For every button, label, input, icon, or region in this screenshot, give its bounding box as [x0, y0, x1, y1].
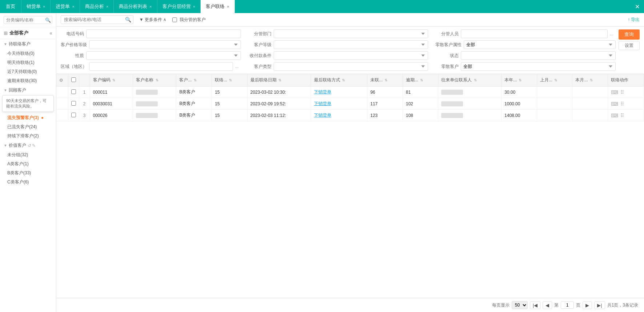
- last-month-col[interactable]: 上月... ⇅: [537, 74, 572, 86]
- row-checkbox-cell[interactable]: [68, 110, 79, 121]
- row-checkbox-cell[interactable]: [68, 86, 79, 98]
- nature-select[interactable]: [86, 51, 241, 60]
- contact-col[interactable]: 联络... ⇅: [212, 74, 247, 86]
- not-contacted-col[interactable]: 未联... ⇅: [367, 74, 403, 86]
- action-link-icon[interactable]: ⌨: [611, 113, 618, 118]
- close-tab-purchase[interactable]: ×: [72, 4, 74, 9]
- contact-method-link[interactable]: 下销货单: [314, 113, 331, 118]
- next-page-btn[interactable]: ▶: [583, 301, 592, 309]
- sidebar-item-today[interactable]: 今天待联络(0): [0, 49, 56, 58]
- sidebar-item-b-class[interactable]: B类客户(33): [0, 169, 56, 178]
- my-customer-checkbox[interactable]: [172, 17, 177, 22]
- overdue-col[interactable]: 逾期... ⇅: [403, 74, 438, 86]
- close-tab-analysis[interactable]: ×: [106, 4, 108, 9]
- close-tab-customer-contact[interactable]: ×: [227, 4, 229, 9]
- select-all-checkbox[interactable]: [71, 77, 76, 82]
- tab-home[interactable]: 首页: [0, 0, 21, 13]
- dotdot-region[interactable]: ...: [233, 64, 241, 69]
- export-btn[interactable]: ↑ 导出: [628, 17, 640, 23]
- row-method-cell[interactable]: 下销货单: [311, 98, 367, 110]
- person-input[interactable]: [461, 29, 608, 38]
- dept-select[interactable]: [274, 29, 428, 38]
- my-customer-checkbox-label[interactable]: 我分管的客户: [172, 17, 206, 23]
- tab-sales[interactable]: 销货单 ×: [21, 0, 51, 13]
- customer-name-col[interactable]: 客户名称 ⇅: [133, 74, 176, 86]
- row-checkbox[interactable]: [71, 101, 76, 106]
- more-filter-btn[interactable]: ▼ 更多条件 ∧: [136, 16, 169, 24]
- sidebar-group-value[interactable]: ▼ 价值客户 ↺ ✎: [0, 141, 56, 150]
- search-input[interactable]: [61, 15, 133, 24]
- tab-customer-contact[interactable]: 客户联络 ×: [201, 0, 234, 13]
- region-input[interactable]: [89, 62, 233, 71]
- dotdot-person[interactable]: ...: [608, 31, 616, 36]
- row-checkbox-cell[interactable]: [68, 98, 79, 110]
- sidebar-item-churn-warning[interactable]: 流失预警客户(3) ●: [0, 113, 56, 122]
- settings-col-header[interactable]: ⚙: [56, 74, 68, 86]
- customer-type-select[interactable]: [274, 62, 428, 71]
- sidebar-item-ungroup[interactable]: 未分组(32): [0, 150, 56, 159]
- payment-select[interactable]: [274, 51, 428, 60]
- sort-icon-method: ⇅: [342, 78, 345, 82]
- current-page-input[interactable]: [561, 301, 574, 309]
- sidebar-item-churned[interactable]: 已流失客户(24): [0, 122, 56, 131]
- last-page-btn[interactable]: ▶|: [594, 301, 605, 309]
- sidebar-item-c-class[interactable]: C类客户(6): [0, 178, 56, 187]
- sidebar-group-review[interactable]: ▼ 回顾客户: [0, 85, 56, 95]
- sidebar-item-overdue[interactable]: 逾期未联络(30): [0, 76, 56, 85]
- phone-input[interactable]: [86, 29, 241, 38]
- action-more-icon[interactable]: ⠿: [620, 101, 624, 107]
- close-tab-customer-segment[interactable]: ×: [193, 4, 195, 9]
- action-more-icon[interactable]: ⠿: [620, 89, 624, 95]
- first-page-btn[interactable]: |◀: [530, 301, 540, 309]
- action-more-icon[interactable]: ⠿: [620, 113, 624, 118]
- close-window-btn[interactable]: ✕: [635, 3, 644, 10]
- customer-code-col[interactable]: 客户编码 ⇅: [90, 74, 133, 86]
- tab-analysis-list[interactable]: 商品分析列表 ×: [114, 0, 157, 13]
- price-level-select[interactable]: [89, 40, 241, 49]
- row-checkbox[interactable]: [71, 89, 76, 94]
- this-month-col[interactable]: 本月... ⇅: [572, 74, 608, 86]
- row-method-cell[interactable]: 下销货单: [311, 86, 367, 98]
- row-action-cell: ⌨ ⠿: [608, 98, 644, 110]
- status-select[interactable]: [461, 51, 616, 60]
- filter-cell-person: 分管人员 ...: [435, 29, 616, 38]
- row-this-year-cell: 30.00: [502, 86, 537, 98]
- customer-level-select[interactable]: [274, 40, 428, 49]
- sidebar-item-tomorrow[interactable]: 明天待联络(1): [0, 58, 56, 67]
- sidebar-item-a-class[interactable]: A类客户(1): [0, 159, 56, 169]
- contact-method-link[interactable]: 下销货单: [314, 101, 331, 106]
- chevron-down-icon: ∧: [163, 17, 166, 22]
- settings-gear-icon[interactable]: ⚙: [59, 78, 63, 83]
- sidebar-group-pending[interactable]: ▼ 待联络客户: [0, 39, 56, 49]
- page-size-select[interactable]: 50: [512, 301, 528, 309]
- retail-attr-select[interactable]: 全部: [464, 40, 616, 49]
- row-method-cell[interactable]: 下销货单: [311, 110, 367, 121]
- last-contact-method-col[interactable]: 最后联络方式 ⇅: [311, 74, 367, 86]
- edit-icon[interactable]: ✎: [32, 143, 36, 148]
- row-checkbox[interactable]: [71, 113, 76, 117]
- checkbox-col-header[interactable]: [68, 74, 79, 86]
- close-tab-analysis-list[interactable]: ×: [149, 4, 152, 9]
- unit-contacts-col[interactable]: 往来单位联系人 ⇅: [438, 74, 502, 86]
- last-contact-date-col[interactable]: 最后联络日期 ⇅: [247, 74, 311, 86]
- contact-method-link[interactable]: 下销货单: [314, 89, 331, 94]
- query-button[interactable]: 查询: [619, 29, 640, 40]
- sidebar-item-7days[interactable]: 近7天待联络(0): [0, 67, 56, 76]
- customer-type-col[interactable]: 客户... ⇅: [176, 74, 212, 86]
- action-link-icon[interactable]: ⌨: [611, 89, 618, 95]
- row-name-cell: [133, 86, 176, 98]
- this-year-col[interactable]: 本年... ⇅: [502, 74, 537, 86]
- all-customers-header[interactable]: ⊞ 全部客户 «: [0, 27, 56, 39]
- search-icon-btn[interactable]: 🔍: [125, 17, 131, 23]
- tab-analysis[interactable]: 商品分析 ×: [80, 0, 114, 13]
- settings-button[interactable]: 设置: [619, 41, 640, 50]
- close-tab-sales[interactable]: ×: [43, 4, 45, 9]
- prev-page-btn[interactable]: ◀: [543, 301, 552, 309]
- tab-customer-segment[interactable]: 客户分层经营 ×: [157, 0, 201, 13]
- refresh-icon[interactable]: ↺: [28, 143, 31, 148]
- tab-purchase[interactable]: 进货单 ×: [51, 0, 80, 13]
- sidebar-item-declining[interactable]: 持续下滑客户(2): [0, 131, 56, 141]
- collapse-icon[interactable]: «: [49, 30, 52, 36]
- action-link-icon[interactable]: ⌨: [611, 101, 618, 107]
- retail-select[interactable]: 全部: [461, 62, 616, 71]
